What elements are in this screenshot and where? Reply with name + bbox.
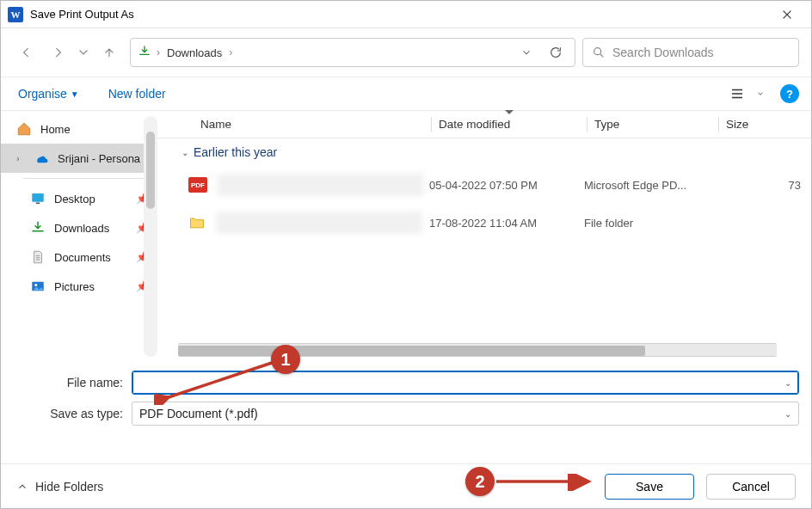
chevron-down-icon: ⌄ [181, 148, 188, 157]
navigation-pane: Home › Srijani - Persona Desktop 📌 Downl… [1, 111, 157, 362]
word-app-icon: W [8, 7, 23, 22]
search-icon [592, 46, 606, 59]
sidebar-scrollbar[interactable] [144, 116, 157, 357]
horizontal-scrollbar[interactable] [178, 343, 777, 357]
file-date: 05-04-2022 07:50 PM [429, 179, 584, 192]
chevron-down-icon: ▼ [71, 89, 79, 99]
sidebar-item-label: Downloads [54, 222, 109, 235]
sidebar-item-label: Srijani - Persona [58, 152, 140, 165]
annotation-marker-1: 1 [271, 345, 300, 374]
sidebar-item-downloads[interactable]: Downloads 📌 [1, 213, 157, 242]
sidebar-divider [23, 178, 145, 179]
refresh-button[interactable] [544, 40, 568, 64]
save-form: File name: ⌄ Save as type: PDF Document … [1, 362, 811, 426]
cancel-button[interactable]: Cancel [706, 474, 796, 500]
sidebar-item-pictures[interactable]: Pictures 📌 [1, 272, 157, 301]
svg-rect-1 [32, 193, 44, 202]
chevron-up-icon [16, 481, 28, 493]
new-folder-button[interactable]: New folder [103, 83, 171, 104]
folder-icon [188, 214, 206, 231]
help-button[interactable]: ? [780, 84, 799, 103]
file-size: 73 [715, 179, 811, 192]
breadcrumb-separator-icon: › [229, 46, 232, 58]
window-title: Save Print Output As [30, 8, 770, 21]
downloads-icon [30, 220, 46, 236]
svg-rect-2 [36, 203, 40, 205]
saveas-value: PDF Document (*.pdf) [139, 407, 258, 420]
dialog-footer: Hide Folders Save Cancel [1, 463, 811, 508]
filename-combobox[interactable]: ⌄ [132, 371, 799, 395]
search-input[interactable] [612, 46, 790, 59]
view-dropdown-button[interactable] [753, 82, 768, 106]
svg-point-0 [594, 48, 601, 55]
column-header-type[interactable]: Type [587, 113, 718, 136]
nav-history-dropdown[interactable] [75, 39, 92, 66]
window-close-button[interactable] [770, 1, 804, 28]
view-options-button[interactable] [725, 82, 749, 106]
column-header-size[interactable]: Size [719, 113, 811, 136]
hide-folders-button[interactable]: Hide Folders [16, 480, 103, 494]
nav-forward-button[interactable] [44, 39, 71, 66]
breadcrumb-downloads[interactable]: Downloads [165, 46, 224, 59]
organise-menu[interactable]: Organise▼ [13, 83, 84, 104]
save-button[interactable]: Save [605, 474, 694, 500]
sidebar-item-label: Pictures [54, 280, 95, 293]
saveas-label: Save as type: [13, 407, 132, 420]
chevron-right-icon: › [16, 153, 27, 163]
column-header-date[interactable]: Date modified [432, 113, 587, 136]
download-location-icon [138, 45, 151, 61]
documents-icon [30, 249, 46, 265]
sidebar-item-onedrive[interactable]: › Srijani - Persona [1, 144, 157, 173]
sidebar-item-label: Desktop [54, 193, 95, 205]
saveas-combobox[interactable]: PDF Document (*.pdf) ⌄ [132, 402, 799, 426]
home-icon [16, 121, 32, 137]
pictures-icon [30, 279, 46, 294]
file-name-redacted [218, 174, 424, 196]
filename-label: File name: [13, 376, 132, 389]
navigation-bar: › Downloads › [1, 28, 811, 77]
nav-back-button[interactable] [13, 39, 40, 66]
column-headers: Name Date modified Type Size [157, 111, 811, 138]
column-header-name[interactable]: Name [157, 113, 431, 136]
sidebar-item-label: Documents [54, 251, 111, 264]
pdf-file-icon: PDF [188, 177, 207, 193]
file-name-redacted [216, 212, 422, 234]
file-date: 17-08-2022 11:04 AM [429, 217, 584, 230]
file-type: Microsoft Edge PD... [584, 179, 715, 192]
chevron-down-icon: ⌄ [784, 409, 791, 419]
desktop-icon [30, 191, 46, 206]
address-dropdown-button[interactable] [514, 40, 538, 64]
sidebar-item-desktop[interactable]: Desktop 📌 [1, 184, 157, 213]
search-box[interactable] [582, 38, 799, 67]
sidebar-item-label: Home [40, 123, 71, 136]
address-bar[interactable]: › Downloads › [130, 38, 575, 67]
sidebar-item-home[interactable]: Home [1, 114, 157, 144]
nav-up-button[interactable] [95, 39, 123, 66]
file-row[interactable]: 17-08-2022 11:04 AM File folder [157, 204, 811, 242]
onedrive-icon [34, 150, 49, 166]
file-row[interactable]: PDF 05-04-2022 07:50 PM Microsoft Edge P… [157, 166, 811, 204]
annotation-marker-2: 2 [465, 467, 495, 496]
breadcrumb-separator-icon: › [157, 46, 160, 58]
command-bar: Organise▼ New folder ? [1, 77, 811, 111]
sidebar-item-documents[interactable]: Documents 📌 [1, 242, 157, 272]
group-header-earlier-this-year[interactable]: ⌄ Earlier this year [157, 138, 811, 166]
title-bar: W Save Print Output As [1, 1, 811, 28]
svg-point-4 [34, 284, 37, 286]
file-type: File folder [584, 217, 715, 230]
file-list-pane: Name Date modified Type Size ⌄ Earlier t… [157, 111, 811, 362]
chevron-down-icon: ⌄ [784, 378, 791, 388]
